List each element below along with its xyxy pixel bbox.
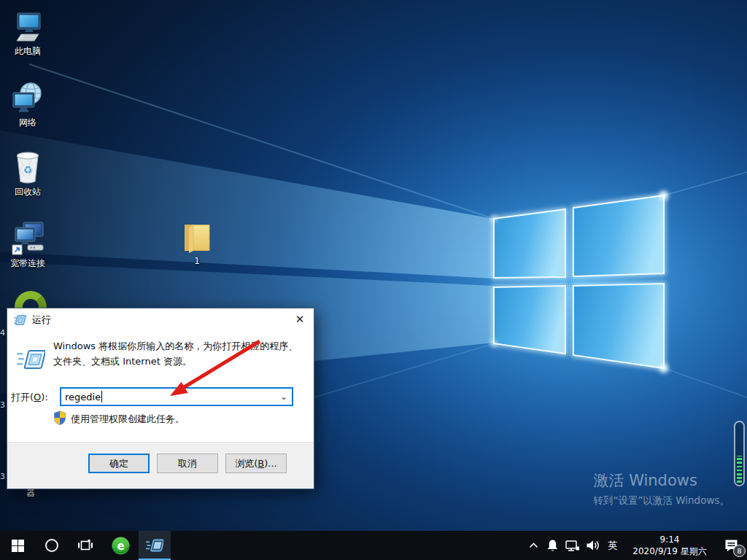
action-center-button[interactable]: 8 [716, 531, 747, 560]
desktop-icon-label: 宽带连接 [0, 259, 55, 268]
speaker-icon [586, 540, 600, 551]
cancel-button[interactable]: 取消 [157, 454, 218, 473]
run-description-line1: Windows 将根据你所输入的名称，为你打开相应的程序、 [53, 338, 307, 354]
clock-time: 9:14 [632, 534, 706, 545]
tray-network-button[interactable] [562, 531, 582, 560]
task-view-button[interactable] [69, 531, 102, 560]
run-icon [14, 315, 26, 326]
search-button[interactable] [35, 531, 69, 560]
svg-text:e: e [117, 540, 124, 553]
run-flying-window-icon [16, 349, 45, 371]
gauge-fill [737, 456, 742, 483]
language-label: 英 [608, 539, 618, 552]
taskbar-run-app-button[interactable] [139, 531, 171, 560]
ok-button[interactable]: 确定 [88, 454, 150, 473]
browser-360-icon: e [111, 536, 131, 556]
open-label: 打开(O): [11, 391, 48, 404]
desktop-icon-folder-1[interactable]: 1 [169, 219, 225, 266]
hidden-green-app-icon[interactable] [12, 291, 49, 308]
hidden-icon-label-fragment: 4 [0, 328, 5, 338]
desktop-icon-recycle-bin[interactable]: ♻ 回收站 [0, 149, 55, 197]
watermark-title: 激活 Windows [593, 470, 729, 491]
hidden-icon-label-fragment: 3 [0, 400, 5, 410]
run-dialog-titlebar[interactable]: 运行 ✕ [7, 308, 314, 332]
folder-icon [169, 219, 225, 254]
tray-notification-bell[interactable] [543, 531, 562, 560]
dialog-footer: 确定 取消 浏览(B)... [7, 442, 314, 489]
desktop-icon-label: 此电脑 [0, 47, 55, 56]
clock-date: 2020/9/19 星期六 [632, 545, 706, 557]
admin-privileges-note: 使用管理权限创建此任务。 [71, 413, 185, 426]
run-description: Windows 将根据你所输入的名称，为你打开相应的程序、 文件夹、文档或 In… [53, 338, 307, 370]
run-description-line2: 文件夹、文档或 Internet 资源。 [53, 354, 307, 369]
tray-clock[interactable]: 9:14 2020/9/19 星期六 [623, 531, 716, 560]
volume-level-gauge [734, 421, 745, 486]
taskbar: e [0, 531, 747, 560]
task-view-icon [78, 540, 93, 551]
run-dialog: 运行 ✕ Windows 将根据你所输入的名称，为你打开相应的程序、 文件夹、文… [7, 308, 314, 489]
run-app-icon [146, 539, 163, 553]
close-icon[interactable]: ✕ [287, 308, 312, 330]
start-button[interactable] [0, 531, 35, 560]
svg-text:♻: ♻ [23, 164, 33, 176]
notification-count-badge: 8 [733, 545, 746, 557]
desktop-icon-label: 回收站 [0, 187, 55, 197]
run-command-input[interactable]: regedie ⌄ [60, 387, 293, 406]
bell-icon [546, 539, 559, 552]
tray-show-hidden-button[interactable] [524, 531, 543, 560]
recycle-bin-icon: ♻ [0, 149, 55, 184]
tray-language-indicator[interactable]: 英 [603, 531, 623, 560]
desktop-icon-network[interactable]: 网络 [0, 80, 55, 128]
chevron-up-icon [529, 542, 538, 548]
desktop-icon-this-pc[interactable]: 此电脑 [0, 9, 55, 56]
broadband-connection-icon [0, 221, 55, 256]
watermark-subtitle: 转到“设置”以激活 Windows。 [593, 494, 729, 508]
activate-windows-watermark: 激活 Windows 转到“设置”以激活 Windows。 [593, 470, 729, 508]
this-pc-icon [0, 9, 55, 44]
desktop-icon-broadband[interactable]: 宽带连接 [0, 221, 55, 268]
hidden-icon-label-fragment: 3 [0, 472, 5, 481]
start-icon [12, 540, 24, 552]
desktop-icon-label: 1 [169, 257, 225, 266]
desktop-icon-label: 网络 [0, 118, 55, 128]
browse-button[interactable]: 浏览(B)... [225, 454, 287, 473]
chevron-down-icon[interactable]: ⌄ [280, 392, 287, 402]
desktop: 此电脑 网络 ♻ [0, 0, 747, 560]
browser-360-button[interactable]: e [102, 531, 139, 560]
dialog-title: 运行 [32, 314, 51, 327]
tray-volume-button[interactable] [582, 531, 603, 560]
input-value: regedie [65, 392, 101, 402]
network-icon [565, 540, 579, 552]
network-icon [0, 80, 55, 115]
uac-shield-icon [53, 411, 66, 425]
search-icon [44, 538, 59, 553]
text-caret [101, 391, 102, 402]
